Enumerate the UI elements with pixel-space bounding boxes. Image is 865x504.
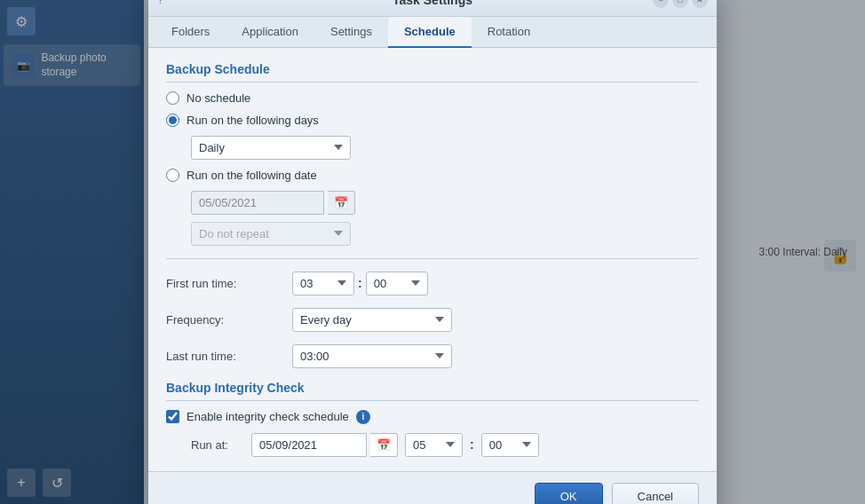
dialog-footer: OK Cancel — [148, 471, 717, 505]
integrity-check-title: Backup Integrity Check — [166, 381, 699, 401]
tab-bar: Folders Application Settings Schedule Ro… — [148, 17, 717, 48]
no-schedule-radio[interactable] — [166, 91, 179, 105]
first-run-min-select[interactable]: 00 153045 — [366, 272, 428, 295]
integrity-hour-select[interactable]: 05 0001020304 — [405, 433, 463, 457]
last-run-label: Last run time: — [166, 350, 282, 363]
maximize-button[interactable]: □ — [672, 0, 688, 8]
first-run-row: First run time: 03 000102 040506 : 00 15… — [166, 272, 699, 295]
integrity-calendar-button[interactable]: 📅 — [370, 433, 398, 457]
integrity-date-input[interactable] — [251, 433, 367, 457]
close-button[interactable]: ✕ — [692, 0, 708, 8]
frequency-label: Frequency: — [166, 313, 282, 327]
dialog-title: Task Settings — [393, 0, 472, 7]
info-icon[interactable]: i — [356, 410, 370, 424]
following-days-row: Run on the following days — [166, 114, 699, 127]
minimize-button[interactable]: − — [653, 0, 669, 8]
time-separator-2: : — [470, 437, 474, 452]
first-run-label: First run time: — [166, 277, 282, 290]
frequency-row: Frequency: Every day Every 2 days Every … — [166, 308, 699, 332]
tab-folders[interactable]: Folders — [155, 17, 226, 48]
tab-application[interactable]: Application — [226, 17, 314, 48]
no-schedule-label[interactable]: No schedule — [186, 91, 250, 105]
tab-rotation[interactable]: Rotation — [472, 17, 546, 48]
tab-settings[interactable]: Settings — [314, 17, 388, 48]
cancel-button[interactable]: Cancel — [612, 483, 699, 505]
integrity-date-row: 📅 — [251, 433, 398, 457]
time-separator-1: : — [358, 276, 362, 290]
ok-button[interactable]: OK — [535, 483, 603, 505]
following-date-row: Run on the following date — [166, 169, 699, 182]
tab-schedule[interactable]: Schedule — [388, 17, 472, 48]
following-days-radio[interactable] — [166, 114, 179, 127]
help-icon[interactable]: ? — [157, 0, 163, 6]
backup-schedule-title: Backup Schedule — [166, 62, 699, 83]
dialog-body: Backup Schedule No schedule Run on the f… — [148, 48, 717, 471]
days-select[interactable]: Daily Weekdays Weekends Custom — [191, 136, 351, 160]
run-at-label: Run at: — [191, 438, 244, 452]
first-run-hour-select[interactable]: 03 000102 040506 — [292, 272, 354, 295]
date-row: 📅 — [191, 191, 699, 215]
divider-1 — [166, 258, 699, 259]
dialog-titlebar: ? Task Settings − □ ✕ — [148, 0, 717, 17]
enable-integrity-label: Enable integrity check schedule — [186, 410, 349, 423]
integrity-min-select[interactable]: 00 153045 — [481, 433, 539, 457]
date-controls-container: 📅 Do not repeat Every day Every week Eve… — [191, 191, 699, 246]
modal-overlay: ? Task Settings − □ ✕ Folders Applicatio… — [0, 0, 865, 504]
enable-integrity-row: Enable integrity check schedule i — [166, 410, 699, 424]
repeat-select[interactable]: Do not repeat Every day Every week Every… — [191, 222, 351, 246]
first-run-time-group: 03 000102 040506 : 00 153045 — [292, 272, 428, 295]
calendar-button[interactable]: 📅 — [328, 191, 355, 215]
task-settings-dialog: ? Task Settings − □ ✕ Folders Applicatio… — [148, 0, 717, 504]
days-dropdown-container: Daily Weekdays Weekends Custom — [191, 136, 699, 160]
following-date-radio[interactable] — [166, 169, 179, 182]
last-run-select[interactable]: 03:00 06:0009:0012:00 — [292, 344, 452, 368]
no-schedule-row: No schedule — [166, 91, 699, 105]
following-days-label[interactable]: Run on the following days — [186, 114, 319, 127]
frequency-select[interactable]: Every day Every 2 days Every 3 days Ever… — [292, 308, 452, 332]
following-date-label[interactable]: Run on the following date — [186, 169, 317, 182]
enable-integrity-checkbox[interactable] — [166, 410, 179, 423]
last-run-row: Last run time: 03:00 06:0009:0012:00 — [166, 344, 699, 368]
date-input[interactable] — [191, 191, 324, 215]
run-at-row: Run at: 📅 05 0001020304 : 00 153045 — [191, 433, 699, 457]
window-controls: − □ ✕ — [653, 0, 708, 8]
